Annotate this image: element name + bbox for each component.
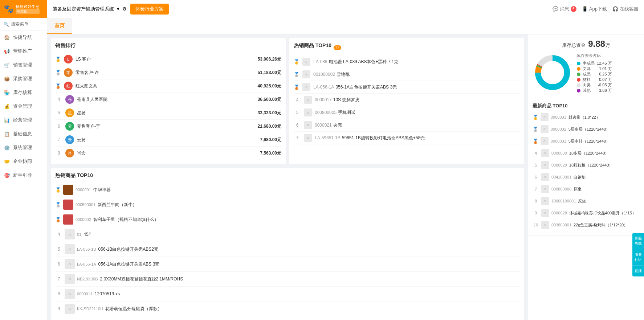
medal-icon: 🥉 [533,139,538,144]
product-code: 0000011 [77,292,93,296]
legend-label: 材料 [583,77,591,82]
customer-name: LS 客户 [76,56,255,62]
product-thumbnail: G [65,229,75,239]
customer-amount: 51,183.00元 [258,70,281,76]
legend-item: 文具 1.01 万 [577,66,612,71]
sidebar-item-销售管理[interactable]: 🛒销售管理 [0,58,47,72]
message-btn[interactable]: 💬 消息 6 [553,6,576,12]
float-button[interactable]: 服务 社区 [632,249,644,266]
customers-list: 🥇 L LS 客户 53,006.26元 🥈 零 零售客户-许 51,183.0… [55,53,281,160]
hot-right-list: 🥇 G LA-089电池盖 LA-089 ABS本色+黑种 7.1克 🥈 G 0… [294,56,520,144]
service-icon: 🎧 [612,6,618,12]
customer-name: 红太阳文具 [76,83,255,89]
sidebar-item-基础信息[interactable]: 📋基础信息 [0,127,47,141]
hot-sale-row: 4 G 01 45# [55,227,520,242]
product-code: 0000031 [551,139,566,143]
sidebar-item-label: 快捷导航 [13,34,32,41]
search-menu-item[interactable]: 🔍 搜索菜单 [0,18,47,30]
product-info: 001000002雪地靴 [313,71,520,78]
float-button[interactable]: 直播 [632,266,644,276]
float-buttons: 客服 热线服务 社区直播 [632,233,644,276]
phone-icon: 📱 [582,6,588,12]
new-product-row: 7 G 000800008 原坐 [533,183,640,195]
sidebar-item-系统管理[interactable]: ⚙️系统管理 [0,141,47,155]
legend-color [577,67,580,71]
sidebar-item-营销推广[interactable]: 📢营销推广 [0,44,47,58]
medal-icon: 🥇 [294,59,299,65]
legend-label: 其他 [583,88,591,93]
try-plan-button[interactable]: 体验行业方案 [130,4,169,15]
system-selector[interactable]: 装备及固定资产辅助管理系统 ▾ ⚙ [53,6,127,12]
sidebar-item-label: 营销推广 [13,48,32,54]
gear-icon[interactable]: ⚙ [122,6,127,12]
hot-right-row: 4 G 000001710S 变刹罗叟 [294,94,520,106]
medal-icon: 🥈 [294,72,299,77]
legend-item: 半成品 12.45 万 [577,61,612,66]
product-code: 000800008 [551,187,571,191]
rank-number: 4 [294,97,301,102]
customer-amount: 33,333.00元 [258,110,281,116]
legend-item: 成品 0.25 万 [577,71,612,77]
legend-value: -0.05 万 [598,82,612,88]
rank-number: 9 [533,211,539,215]
product-name: 22g鱼豆腐-烧烤味（1*12*20） [574,222,640,228]
sidebar-item-库存核算[interactable]: 🏪库存核算 [0,86,47,99]
app-download-btn[interactable]: 📱 App下载 [582,6,607,12]
legend-color [577,62,580,65]
product-thumbnail: G [541,173,549,181]
medal-icon: 🥇 [55,187,61,193]
sidebar-item-快捷导航[interactable]: 🏠快捷导航 [0,30,47,44]
sidebar-item-label: 新手引导 [13,172,32,179]
sidebar-item-采购管理[interactable]: 📦采购管理 [0,72,47,86]
rank-number: 8 [55,291,62,296]
customer-ranking-title: 销售排行 [55,42,281,49]
rank-number: 7 [55,276,62,282]
sidebar-icon: 🏠 [4,34,10,41]
product-thumbnail: G [65,244,75,254]
rank-number: 7 [533,187,539,191]
customer-row: 🥇 L LS 客户 53,006.26元 [55,53,281,66]
donut-chart [533,53,572,94]
product-name: 056-1B白色按键开关壳ABS2壳 [98,246,520,253]
sidebar-item-新手引导[interactable]: 🎯新手引导 [0,168,47,182]
sidebar-icon: 📊 [4,117,10,123]
customer-avatar: 零 [65,122,74,131]
new-product-row: 9 G 0000028 体械嘉枸味苏打饮品400毫升（1*15） [533,207,640,219]
sidebar-item-label: 经营管理 [13,117,32,123]
tab-home[interactable]: 首页 [47,18,72,34]
hot-sale-row: 6 G LA-056-1A 056-1A白色按键开关盖ABS 3壳 [55,257,520,272]
customer-avatar: 云 [65,135,74,144]
sidebar-icon: 🛒 [4,62,10,68]
rank-number: 5 [55,110,62,115]
sidebar-item-资金管理[interactable]: 💰资金管理 [0,99,47,113]
new-products-title: 最新商品 TOP10 [533,103,640,109]
sidebar-icon: 🤝 [4,158,10,165]
product-name: 12070519-xs [95,291,520,296]
product-thumbnail [63,200,73,210]
product-name: 18颗粒板（1220*2440） [569,163,640,168]
hot-right-row: 6 G 0000021夹壳 [294,119,520,132]
inventory-unit: 万 [605,42,610,48]
right-panel: 库存总资金 9.88万 [528,34,644,320]
sidebar-item-经营管理[interactable]: 📊经营管理 [0,113,47,127]
new-product-row: 🥇 G 0000033 封边带（1.0*22） [533,111,640,123]
legend-item: 肉类 -0.05 万 [577,82,612,88]
sidebar-item-企业协同[interactable]: 🤝企业协同 [0,155,47,168]
float-button[interactable]: 客服 热线 [632,233,644,249]
customer-amount: 53,006.26元 [258,56,281,62]
product-thumbnail: G [65,304,75,314]
product-name: 中华神器 [93,187,520,193]
sidebar-item-label: 采购管理 [13,75,32,82]
legend-color [577,83,580,87]
product-thumbnail: G [304,108,312,116]
legend-label: 肉类 [583,82,591,88]
product-code: 004100001 [551,175,571,179]
sidebar-item-label: 资金管理 [13,103,32,110]
sidebar-icon: 📋 [4,131,10,137]
online-service-btn[interactable]: 🎧 在线客服 [612,6,639,12]
rank-number: 10 [533,223,539,227]
rank-number: 6 [533,175,539,179]
content-area: 销售排行 🥇 L LS 客户 53,006.26元 🥈 零 零售客户-许 51,… [47,34,644,320]
logo-title: 畅捷通好生意 [16,4,40,9]
customer-amount: 7,680.00元 [260,137,281,143]
